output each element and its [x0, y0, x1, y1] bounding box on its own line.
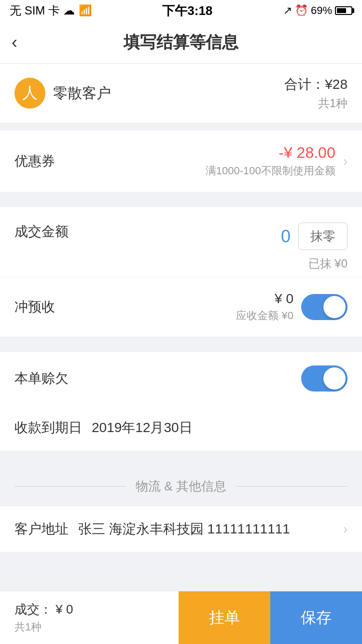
- logistics-label: 物流 & 其他信息: [126, 478, 236, 495]
- debt-toggle[interactable]: [301, 365, 348, 392]
- battery-percent: 69%: [311, 4, 332, 17]
- debt-row: 本单赊欠: [0, 352, 362, 405]
- status-time: 下午3:18: [162, 2, 212, 19]
- divider-2: [0, 344, 362, 352]
- debt-label: 本单赊欠: [14, 369, 69, 388]
- pending-button-label: 挂单: [209, 607, 240, 629]
- debt-toggle-knob: [323, 367, 346, 390]
- address-label: 客户地址: [14, 520, 69, 538]
- location-icon: ↗: [283, 4, 292, 17]
- divider-1: [0, 199, 362, 207]
- address-row[interactable]: 客户地址 张三 海淀永丰科技园 11111111111 ›: [0, 506, 362, 552]
- status-left: 无 SIM 卡 ☁ 📶: [10, 3, 92, 18]
- wifi-icon: 📶: [79, 4, 92, 17]
- logistics-line-left: [14, 486, 126, 487]
- coupon-value-block: -¥ 28.00 满1000-100不限制使用金额: [206, 144, 335, 178]
- logistics-header: 物流 & 其他信息: [0, 466, 362, 506]
- save-button-label: 保存: [301, 607, 332, 629]
- coupon-label: 优惠券: [14, 152, 55, 170]
- customer-row: 人 零散客户 合计：¥28 共1种: [0, 64, 362, 123]
- debt-right: [301, 365, 348, 392]
- payment-section: 成交金额 0 抹零 已抹 ¥0 冲预收 ¥ 0 应收金额 ¥0: [0, 207, 362, 336]
- bottom-info: 成交： ¥ 0 共1种: [0, 591, 179, 644]
- coupon-section[interactable]: 优惠券 -¥ 28.00 满1000-100不限制使用金额 ›: [0, 130, 362, 192]
- coupon-right: -¥ 28.00 满1000-100不限制使用金额 ›: [206, 144, 348, 178]
- address-chevron-icon: ›: [343, 521, 348, 537]
- advance-row: 冲预收 ¥ 0 应收金额 ¥0: [0, 278, 362, 336]
- alarm-icon: ⏰: [295, 4, 308, 17]
- total-amount: 合计：¥28: [284, 75, 348, 94]
- debt-section: 本单赊欠 收款到期日 2019年12月30日: [0, 352, 362, 451]
- round-zero-button[interactable]: 抹零: [298, 223, 348, 250]
- sim-signal: 无 SIM 卡 ☁: [10, 3, 75, 18]
- nav-bar: ‹ 填写结算等信息: [0, 21, 362, 64]
- divider-3: [0, 459, 362, 466]
- bottom-transaction-label: 成交： ¥ 0: [14, 601, 164, 618]
- advance-sub-amount: 应收金额 ¥0: [236, 308, 293, 323]
- customer-left: 人 零散客户: [14, 78, 111, 109]
- transaction-row: 成交金额 0 抹零 已抹 ¥0: [0, 207, 362, 278]
- customer-name: 零散客户: [53, 84, 111, 103]
- bottom-bar: 成交： ¥ 0 共1种 挂单 保存: [0, 591, 362, 644]
- bottom-count-label: 共1种: [14, 620, 164, 634]
- advance-toggle[interactable]: [301, 294, 348, 320]
- status-right: ↗ ⏰ 69%: [283, 4, 352, 17]
- advance-right: ¥ 0 应收金额 ¥0: [236, 291, 348, 323]
- avatar: 人: [14, 78, 45, 109]
- already-rounded-label: 已抹 ¥0: [308, 256, 348, 271]
- total-count: 共1种: [284, 96, 348, 111]
- content-area: 人 零散客户 合计：¥28 共1种 优惠券 -¥ 28.00 满1000-100…: [0, 64, 362, 610]
- due-date-value: 2019年12月30日: [92, 419, 193, 437]
- transaction-value: 0: [281, 226, 291, 247]
- advance-main-amount: ¥ 0: [236, 291, 293, 307]
- advance-label: 冲预收: [14, 298, 55, 316]
- advance-amounts: ¥ 0 应收金额 ¥0: [236, 291, 293, 323]
- logistics-line-right: [236, 486, 348, 487]
- avatar-icon: 人: [22, 83, 38, 104]
- transaction-label: 成交金额: [14, 223, 69, 241]
- discount-amount: -¥ 28.00: [206, 144, 335, 162]
- pending-button[interactable]: 挂单: [179, 591, 270, 644]
- due-date-label: 收款到期日: [14, 419, 82, 437]
- address-value: 张三 海淀永丰科技园 11111111111: [78, 520, 343, 538]
- page-title: 填写结算等信息: [124, 31, 238, 54]
- discount-desc: 满1000-100不限制使用金额: [206, 164, 335, 178]
- toggle-knob: [323, 296, 346, 318]
- save-button[interactable]: 保存: [270, 591, 362, 644]
- due-date-row: 收款到期日 2019年12月30日: [0, 405, 362, 451]
- coupon-row[interactable]: 优惠券 -¥ 28.00 满1000-100不限制使用金额 ›: [0, 130, 362, 192]
- chevron-right-icon: ›: [343, 154, 348, 169]
- customer-right: 合计：¥28 共1种: [284, 75, 348, 111]
- battery-icon: [335, 6, 352, 15]
- transaction-right: 0 抹零 已抹 ¥0: [281, 223, 348, 271]
- customer-section: 人 零散客户 合计：¥28 共1种: [0, 64, 362, 123]
- back-button[interactable]: ‹: [12, 32, 17, 53]
- status-bar: 无 SIM 卡 ☁ 📶 下午3:18 ↗ ⏰ 69%: [0, 0, 362, 21]
